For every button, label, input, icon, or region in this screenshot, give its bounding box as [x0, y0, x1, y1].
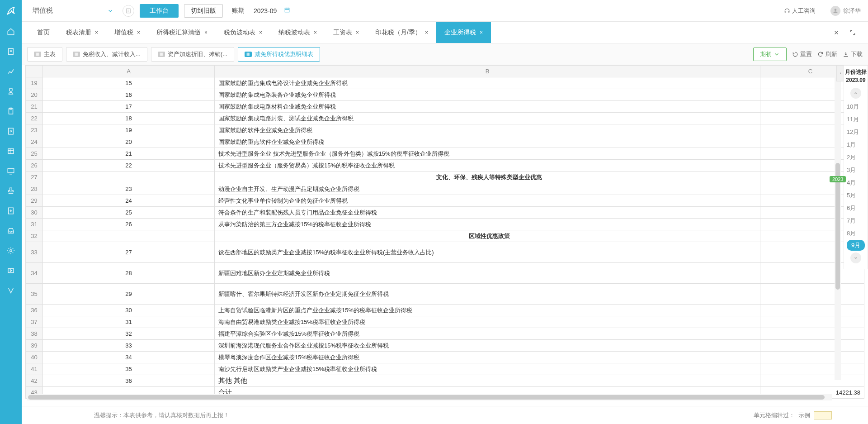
cell-a[interactable]: 34	[43, 352, 215, 363]
cell-a[interactable]: 22	[43, 160, 215, 172]
row-number[interactable]: 36	[26, 305, 43, 316]
table-row[interactable]: 32区域性优惠政策	[26, 230, 864, 242]
month-item[interactable]: 4月	[847, 176, 865, 189]
cell-b[interactable]: 上海自贸试验区临港新片区的重点产业企业减按15%的税率征收企业所得税	[215, 305, 760, 316]
cell-c[interactable]	[760, 352, 864, 363]
row-number[interactable]: 37	[26, 316, 43, 328]
cell-b[interactable]: 新疆喀什、霍尔果斯特殊经济开发区新办企业定期免征企业所得税	[215, 284, 760, 305]
cell-c[interactable]	[760, 305, 864, 316]
nav-settings-icon[interactable]	[0, 241, 22, 261]
cell-b[interactable]: 新疆困难地区新办企业定期减免企业所得税	[215, 263, 760, 284]
row-number[interactable]: 29	[26, 195, 43, 207]
cell-a[interactable]: 17	[43, 101, 215, 113]
close-tab-icon[interactable]	[830, 26, 843, 39]
user-menu[interactable]: 徐泽华	[823, 6, 861, 16]
tab-close-icon[interactable]: ×	[425, 29, 428, 36]
tab-close-icon[interactable]: ×	[314, 29, 317, 36]
table-row[interactable]: 2823动漫企业自主开发、生产动漫产品定期减免企业所得税	[26, 183, 864, 195]
cell-c[interactable]	[760, 316, 864, 328]
tax-type-dropdown[interactable]: 增值税	[29, 5, 117, 17]
month-panel-toggle[interactable]	[836, 65, 844, 81]
nav-stamp-icon[interactable]	[0, 181, 22, 201]
month-item[interactable]: 9月	[847, 240, 865, 251]
table-row[interactable]: 2319国家鼓励的软件企业减免企业所得税	[26, 124, 864, 136]
cell-b[interactable]: 技术先进型服务企业（服务贸易类）减按15%的税率征收企业所得税	[215, 160, 760, 172]
table-row[interactable]: 4236其他 其他	[26, 375, 864, 387]
row-number[interactable]: 22	[26, 113, 43, 124]
nav-table-icon[interactable]	[0, 141, 22, 161]
cell-b[interactable]: 从事污染防治的第三方企业减按15%的税率征收企业所得税	[215, 219, 760, 230]
cell-b[interactable]: 符合条件的生产和装配伤残人员专门用品企业免征企业所得税	[215, 207, 760, 219]
nav-video-icon[interactable]	[0, 261, 22, 281]
row-number[interactable]: 26	[26, 160, 43, 172]
corner-cell[interactable]	[26, 66, 43, 77]
tab-item[interactable]: 税表清册×	[58, 22, 106, 43]
subtab-item[interactable]: ▦资产加速折旧、摊销(...	[151, 47, 234, 62]
row-number[interactable]: 25	[26, 148, 43, 160]
table-row[interactable]: 4034横琴粤澳深度合作区企业减按15%税率征收企业所得税	[26, 352, 864, 363]
tab-close-icon[interactable]: ×	[480, 29, 483, 36]
workbench-button[interactable]: 工作台	[140, 4, 179, 18]
tab-close-icon[interactable]: ×	[137, 29, 140, 36]
cell-a[interactable]	[43, 172, 215, 183]
vertical-scrollbar[interactable]	[835, 72, 841, 380]
tab-close-icon[interactable]: ×	[356, 29, 359, 36]
spreadsheet[interactable]: A B C 1915国家鼓励的重点集成电路设计企业减免企业所得税2016国家鼓励…	[25, 65, 864, 399]
nav-inbox-icon[interactable]	[0, 221, 22, 241]
table-row[interactable]: 3529新疆喀什、霍尔果斯特殊经济开发区新办企业定期免征企业所得税	[26, 284, 864, 305]
cell-b[interactable]: 海南自由贸易港鼓励类企业减按15%税率征收企业所得税	[215, 316, 760, 328]
nav-v-icon[interactable]	[0, 281, 22, 300]
table-row[interactable]: 1915国家鼓励的重点集成电路设计企业减免企业所得税	[26, 77, 864, 89]
table-row[interactable]: 2218国家鼓励的集成电路封装、测试企业减免企业所得税	[26, 113, 864, 124]
cell-a[interactable]: 27	[43, 242, 215, 263]
row-number[interactable]: 24	[26, 136, 43, 148]
row-number[interactable]: 40	[26, 352, 43, 363]
period-button[interactable]: 期初	[753, 48, 787, 61]
cell-a[interactable]: 29	[43, 284, 215, 305]
tab-item[interactable]: 企业所得税×	[436, 22, 491, 43]
cell-b[interactable]: 技术先进型服务企业 技术先进型服务企业（服务外包类）减按15%的税率征收企业所得…	[215, 148, 760, 160]
tab-item[interactable]: 首页	[29, 22, 58, 43]
month-item[interactable]: 1月	[847, 138, 865, 151]
cell-a[interactable]: 36	[43, 375, 215, 387]
subtab-item[interactable]: ▦减免所得税优惠明细表	[238, 47, 320, 62]
tab-item[interactable]: 所得税汇算清缴×	[148, 22, 216, 43]
cell-a[interactable]: 33	[43, 340, 215, 352]
row-number[interactable]: 30	[26, 207, 43, 219]
nav-home-icon[interactable]	[0, 22, 22, 42]
row-number[interactable]: 23	[26, 124, 43, 136]
table-row[interactable]: 2622技术先进型服务企业（服务贸易类）减按15%的税率征收企业所得税	[26, 160, 864, 172]
tab-item[interactable]: 纳税波动表×	[270, 22, 325, 43]
tab-item[interactable]: 增值税×	[106, 22, 148, 43]
cell-b[interactable]: 国家鼓励的重点软件企业减免企业所得税	[215, 136, 760, 148]
tab-item[interactable]: 工资表×	[325, 22, 367, 43]
table-row[interactable]: 3327设在西部地区的鼓励类产业企业减按15%的税率征收企业所得税(主营业务收入…	[26, 242, 864, 263]
cell-a[interactable]: 28	[43, 263, 215, 284]
row-number[interactable]: 28	[26, 183, 43, 195]
cell-b[interactable]: 国家鼓励的集成电路装备企业减免企业所得税	[215, 89, 760, 101]
month-item[interactable]: 12月	[847, 126, 865, 138]
month-item[interactable]: 2月	[847, 151, 865, 164]
cell-c[interactable]	[760, 363, 864, 375]
expand-icon[interactable]	[846, 26, 859, 39]
cell-a[interactable]: 16	[43, 89, 215, 101]
refresh-button[interactable]: 刷新	[817, 50, 837, 58]
table-row[interactable]: 3126从事污染防治的第三方企业减按15%的税率征收企业所得税	[26, 219, 864, 230]
cell-a[interactable]: 26	[43, 219, 215, 230]
cell-a[interactable]: 20	[43, 136, 215, 148]
row-number[interactable]: 27	[26, 172, 43, 183]
table-row[interactable]: 2420国家鼓励的重点软件企业减免企业所得税	[26, 136, 864, 148]
nav-money-icon[interactable]	[0, 81, 22, 101]
horizontal-scrollbar[interactable]	[27, 394, 832, 400]
tab-item[interactable]: 税负波动表×	[216, 22, 270, 43]
tab-item[interactable]: 印花税（月/季）×	[367, 22, 436, 43]
month-item[interactable]: 5月	[847, 189, 865, 202]
row-number[interactable]: 32	[26, 230, 43, 242]
cell-a[interactable]	[43, 230, 215, 242]
tab-close-icon[interactable]: ×	[259, 29, 262, 36]
history-icon[interactable]	[123, 5, 134, 17]
cell-b[interactable]: 设在西部地区的鼓励类产业企业减按15%的税率征收企业所得税(主营业务收入占比)	[215, 242, 760, 263]
row-number[interactable]: 41	[26, 363, 43, 375]
row-number[interactable]: 35	[26, 284, 43, 305]
row-number[interactable]: 31	[26, 219, 43, 230]
